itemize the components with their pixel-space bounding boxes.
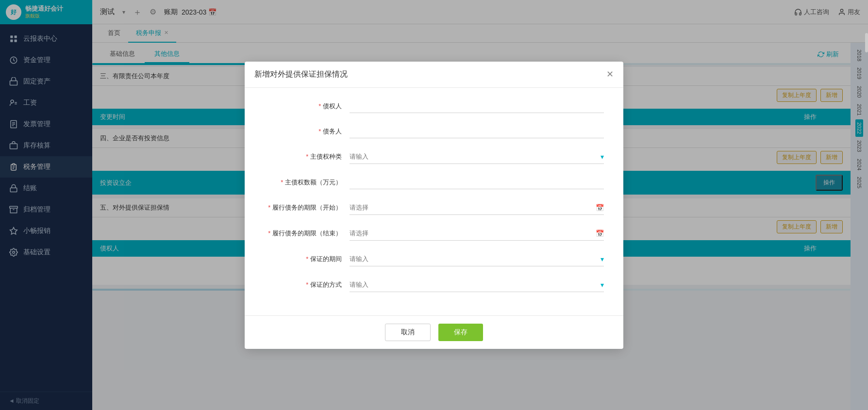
guarantee-method-arrow-icon[interactable]: ▾ [601,281,604,289]
period-end-input[interactable] [350,230,596,237]
modal-close-button[interactable]: ✕ [606,70,614,79]
period-start-datepicker[interactable]: 📅 [350,201,604,215]
field-debtor-label: * 债务人 [264,127,342,136]
guarantee-period-input[interactable] [350,255,601,262]
period-end-calendar-icon[interactable]: 📅 [596,230,604,237]
field-claim-type-row: * 主债权种类 ▾ [264,150,604,164]
period-start-input[interactable] [350,204,596,211]
creditor-input[interactable] [350,99,604,113]
field-claim-amount-row: * 主债权数额（万元） [264,176,604,189]
modal: 新增对外提供保证担保情况 ✕ * 债权人 * 债务人 [245,62,623,349]
field-debtor-row: * 债务人 [264,125,604,138]
debtor-input[interactable] [350,125,604,138]
field-guarantee-method-row: * 保证的方式 ▾ [264,278,604,292]
field-claim-amount-label: * 主债权数额（万元） [264,178,342,187]
field-creditor-row: * 债权人 [264,99,604,113]
save-button[interactable]: 保存 [438,324,483,341]
modal-footer: 取消 保存 [245,315,623,349]
field-period-end-label: * 履行债务的期限（结束） [264,229,342,238]
period-end-datepicker[interactable]: 📅 [350,227,604,241]
claim-type-input[interactable] [350,153,601,160]
guarantee-method-select[interactable]: ▾ [350,278,604,292]
guarantee-period-select[interactable]: ▾ [350,252,604,266]
field-creditor-label: * 债权人 [264,102,342,111]
guarantee-period-arrow-icon[interactable]: ▾ [601,255,604,263]
field-guarantee-period-row: * 保证的期间 ▾ [264,252,604,266]
field-claim-type-label: * 主债权种类 [264,152,342,161]
field-guarantee-period-label: * 保证的期间 [264,255,342,263]
claim-type-select[interactable]: ▾ [350,150,604,164]
modal-body: * 债权人 * 债务人 * 主债权种类 [245,88,623,315]
cancel-button[interactable]: 取消 [385,324,431,341]
period-start-calendar-icon[interactable]: 📅 [596,204,604,212]
claim-amount-input[interactable] [350,176,604,189]
guarantee-method-input[interactable] [350,281,601,288]
field-guarantee-method-label: * 保证的方式 [264,280,342,289]
modal-title: 新增对外提供保证担保情况 [254,69,348,80]
modal-overlay: 新增对外提供保证担保情况 ✕ * 债权人 * 债务人 [0,0,868,410]
field-period-start-row: * 履行债务的期限（开始） 📅 [264,201,604,215]
modal-header: 新增对外提供保证担保情况 ✕ [245,62,623,88]
field-period-start-label: * 履行债务的期限（开始） [264,203,342,212]
claim-type-arrow-icon[interactable]: ▾ [601,153,604,161]
field-period-end-row: * 履行债务的期限（结束） 📅 [264,227,604,241]
